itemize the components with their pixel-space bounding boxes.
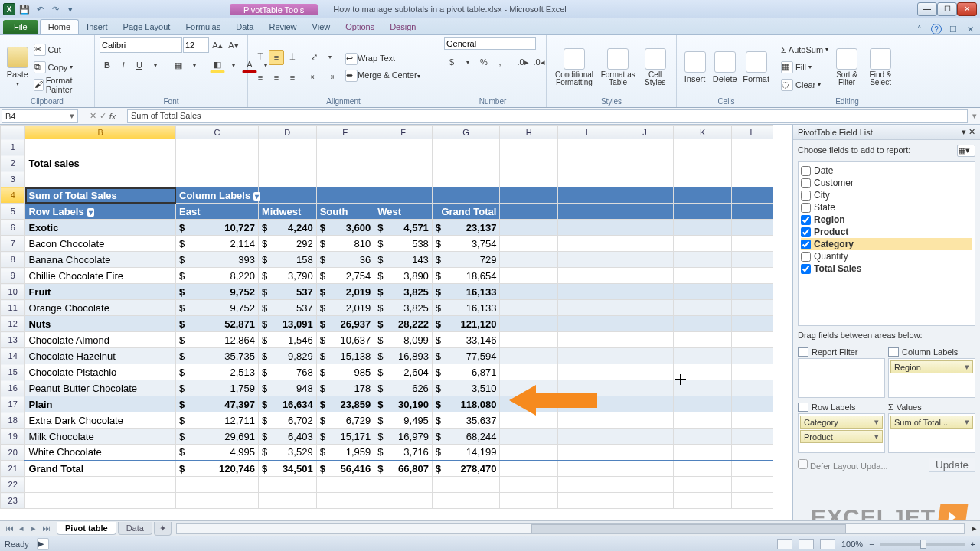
cell[interactable]: $16,893	[374, 348, 433, 364]
cell[interactable]: $66,807	[374, 461, 433, 477]
subtotal-row-label[interactable]: Nuts	[25, 316, 176, 332]
zoom-in-icon[interactable]: +	[971, 540, 975, 549]
cell[interactable]: $537	[259, 300, 317, 316]
cell[interactable]: $537	[259, 284, 317, 300]
cell[interactable]: $52,871	[176, 316, 259, 332]
align-right-icon[interactable]: ≡	[285, 70, 300, 85]
underline-button[interactable]: U	[132, 57, 147, 73]
clear-button[interactable]: ◌Clear▾	[781, 77, 828, 93]
cell[interactable]: $16,133	[432, 284, 500, 300]
comma-format-icon[interactable]: ,	[492, 54, 508, 70]
row-header[interactable]: 23	[1, 493, 25, 509]
new-sheet-icon[interactable]: ✦	[154, 522, 172, 536]
row-header[interactable]: 21	[1, 461, 25, 477]
percent-format-icon[interactable]: %	[476, 54, 492, 70]
cell[interactable]: $2,019	[316, 284, 374, 300]
cell[interactable]: $2,604	[374, 364, 433, 380]
grand-total-label[interactable]: Grand Total	[25, 461, 176, 477]
align-top-icon[interactable]: ⟙	[253, 50, 268, 65]
cell[interactable]: $35,735	[176, 348, 259, 364]
cell[interactable]: $18,654	[432, 268, 500, 284]
cell[interactable]: $729	[432, 252, 500, 268]
cell[interactable]: $36	[316, 252, 374, 268]
field-checkbox[interactable]: Total Sales	[801, 262, 972, 275]
subtotal-row-label[interactable]: Plain	[25, 396, 176, 412]
row-header[interactable]: 15	[1, 364, 25, 380]
area-column-labels[interactable]: Column Labels Region▾	[888, 346, 975, 398]
cell[interactable]: $6,871	[432, 364, 500, 380]
cell[interactable]: $3,890	[374, 268, 433, 284]
tab-formulas[interactable]: Formulas	[178, 20, 228, 34]
field-checkbox[interactable]: Quantity	[801, 250, 972, 262]
item-row-label[interactable]: Chillie Chocolate Fire	[25, 268, 176, 284]
row-header[interactable]: 1	[1, 139, 25, 155]
row-header[interactable]: 14	[1, 348, 25, 364]
column-header[interactable]: K	[674, 126, 732, 139]
column-header[interactable]: E	[316, 126, 374, 139]
cell[interactable]: $121,120	[432, 316, 500, 332]
cell[interactable]: $120,746	[176, 461, 259, 477]
format-cells-button[interactable]: Format	[741, 40, 771, 95]
row-header[interactable]: 13	[1, 332, 25, 348]
row-header[interactable]: 7	[1, 236, 25, 252]
column-header[interactable]: C	[176, 126, 259, 139]
cell[interactable]: $77,594	[432, 348, 500, 364]
column-header[interactable]: B	[25, 126, 176, 139]
cell[interactable]: $6,729	[316, 412, 374, 429]
close-field-list-icon[interactable]: ✕	[969, 127, 975, 136]
cell[interactable]: $393	[176, 252, 259, 268]
increase-indent-icon[interactable]: ⇥	[322, 70, 338, 85]
cell[interactable]: $178	[316, 380, 374, 396]
cell[interactable]: $3,716	[374, 445, 433, 461]
cell[interactable]: $8,099	[374, 332, 433, 348]
column-header[interactable]	[1, 126, 25, 139]
row-header[interactable]: 16	[1, 380, 25, 396]
tab-options[interactable]: Options	[338, 20, 382, 34]
row-header[interactable]: 10	[1, 284, 25, 300]
field-checkbox[interactable]: Date	[801, 165, 972, 177]
field-checkbox[interactable]: Region	[801, 214, 972, 226]
next-sheet-icon[interactable]: ▸	[28, 523, 40, 533]
chevron-down-icon[interactable]: ▾	[70, 111, 74, 121]
field-checkbox[interactable]: Category	[801, 238, 972, 250]
tab-insert[interactable]: Insert	[79, 20, 116, 34]
fill-button[interactable]: ▦Fill▾	[781, 60, 828, 75]
subtotal-row-label[interactable]: Exotic	[25, 220, 176, 236]
format-as-table-button[interactable]: Format as Table	[600, 40, 635, 95]
wrap-text-button[interactable]: ↩Wrap Text	[345, 53, 420, 65]
cell[interactable]: $768	[259, 364, 317, 380]
cell[interactable]: $3,510	[432, 380, 500, 396]
column-header[interactable]: I	[558, 126, 616, 139]
row-labels-dropdown[interactable]: Row Labels	[25, 204, 176, 220]
column-header[interactable]: H	[500, 126, 558, 139]
cell[interactable]: $47,397	[176, 396, 259, 412]
row-header[interactable]: 2	[1, 155, 25, 171]
cell[interactable]: $12,711	[176, 412, 259, 429]
field-list-options-icon[interactable]: ▾	[962, 127, 966, 136]
item-row-label[interactable]: Chocolate Pistachio	[25, 364, 176, 380]
cell[interactable]: $29,691	[176, 429, 259, 445]
orientation-icon[interactable]: ⤢	[306, 50, 322, 65]
item-row-label[interactable]: Peanut Butter Chocolate	[25, 380, 176, 396]
insert-cells-button[interactable]: Insert	[681, 40, 708, 95]
item-row-label[interactable]: Bacon Chocolate	[25, 236, 176, 252]
zoom-slider[interactable]	[880, 543, 965, 546]
enter-icon[interactable]: ✓	[100, 111, 106, 121]
zoom-out-icon[interactable]: −	[869, 540, 874, 549]
grow-font-icon[interactable]: A▴	[210, 37, 225, 53]
cell[interactable]: $16,979	[374, 429, 433, 445]
tab-design[interactable]: Design	[382, 20, 423, 34]
sheet-tab-pivot[interactable]: Pivot table	[57, 522, 116, 535]
font-name-select[interactable]	[100, 37, 182, 53]
row-header[interactable]: 20	[1, 445, 25, 461]
cell[interactable]: $23,137	[432, 220, 500, 236]
field-checkbox[interactable]: Product	[801, 226, 972, 238]
field-checkbox[interactable]: City	[801, 189, 972, 201]
align-left-icon[interactable]: ≡	[253, 70, 268, 85]
name-box[interactable]: B4▾	[2, 109, 78, 123]
cell[interactable]: $6,702	[259, 412, 317, 429]
row-header[interactable]: 22	[1, 477, 25, 493]
field-checkbox[interactable]: State	[801, 201, 972, 214]
cell[interactable]: $3,754	[432, 236, 500, 252]
cell[interactable]: $4,571	[374, 220, 433, 236]
